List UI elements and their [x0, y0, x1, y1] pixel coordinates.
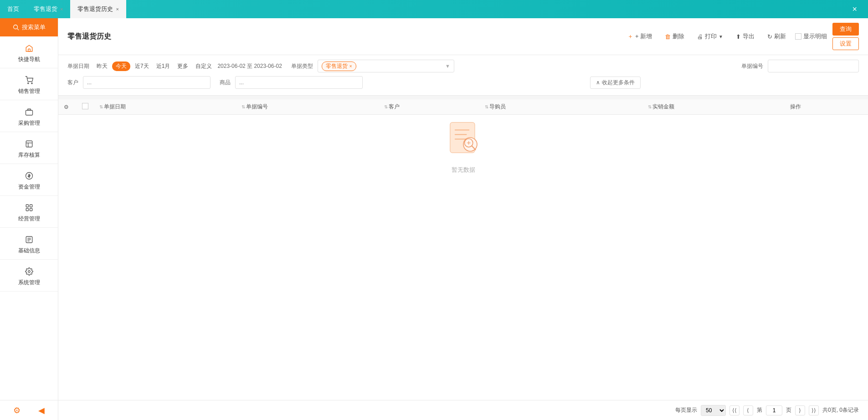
- print-label: 打印: [705, 32, 717, 41]
- tab-retail-return[interactable]: 零售退货 ×: [26, 0, 70, 18]
- query-button[interactable]: 查询: [832, 23, 859, 36]
- delete-button[interactable]: 🗑 删除: [661, 31, 688, 42]
- page-last-button[interactable]: ⟩⟩: [809, 405, 819, 415]
- top-bar-right: ×: [848, 3, 868, 16]
- add-button[interactable]: ＋ + 新增: [624, 31, 656, 42]
- delete-label: 删除: [673, 32, 684, 41]
- tab-home[interactable]: 首页: [0, 0, 26, 18]
- sidebar-item-quick-nav-label: 快捷导航: [18, 56, 40, 63]
- date-opt-7days[interactable]: 近7天: [132, 61, 152, 71]
- page-number-input[interactable]: [766, 405, 782, 415]
- svg-rect-13: [30, 209, 32, 211]
- goods-filter-group: 商品: [220, 76, 363, 89]
- print-button[interactable]: 🖨 打印 ▼: [693, 31, 727, 42]
- export-label: 导出: [743, 32, 755, 41]
- col-customer-sort-icon: ⇅: [384, 104, 388, 109]
- speaker-icon[interactable]: ◀: [38, 405, 45, 415]
- gear-icon[interactable]: ⚙: [13, 405, 21, 415]
- sidebar-item-sales-mgmt[interactable]: 销售管理: [0, 68, 58, 100]
- collapse-button[interactable]: ∧ 收起更多条件: [590, 77, 641, 89]
- refresh-label: 刷新: [774, 32, 786, 41]
- sidebar-item-quick-nav[interactable]: 快捷导航: [0, 36, 58, 68]
- refresh-button[interactable]: ↻ 刷新: [764, 31, 790, 42]
- page-prev-button[interactable]: ⟨: [743, 405, 753, 415]
- date-opt-more[interactable]: 更多: [175, 61, 191, 71]
- empty-state: 暂无数据: [58, 115, 868, 174]
- col-customer-label: 客户: [389, 103, 400, 111]
- delete-icon: 🗑: [665, 33, 671, 40]
- sidebar-item-purchase-mgmt[interactable]: 采购管理: [0, 100, 58, 132]
- col-guide[interactable]: ⇅ 导购员: [479, 99, 601, 115]
- col-checkbox[interactable]: [77, 99, 94, 115]
- col-doc-date-header: ⇅ 单据日期: [99, 103, 231, 111]
- col-doc-number-label: 单据编号: [246, 103, 268, 111]
- sidebar-item-basic-info[interactable]: 基础信息: [0, 228, 58, 260]
- sidebar-item-inventory[interactable]: 库存核算: [0, 132, 58, 164]
- doc-type-select[interactable]: 零售退货 × ▼: [318, 60, 454, 72]
- date-opt-yesterday[interactable]: 昨天: [94, 61, 110, 71]
- goods-filter-label: 商品: [220, 79, 231, 87]
- doc-number-input[interactable]: [768, 60, 859, 72]
- tab-retail-return-label: 零售退货: [34, 5, 57, 13]
- main-layout: 搜索菜单 快捷导航 销售管理: [0, 18, 868, 420]
- sidebar-item-finance[interactable]: 资金管理: [0, 164, 58, 196]
- doc-type-dropdown-icon: ▼: [445, 63, 450, 69]
- purchase-icon: [24, 107, 35, 118]
- sidebar-item-operations[interactable]: 经营管理: [0, 196, 58, 228]
- set-button[interactable]: 设置: [832, 37, 859, 50]
- col-guide-sort-icon: ⇅: [485, 104, 488, 109]
- settings-icon[interactable]: ⚙: [64, 104, 69, 110]
- display-detail-toggle[interactable]: 显示明细: [795, 32, 827, 41]
- table-header-row: ⚙ ⇅ 单据日期: [58, 99, 868, 115]
- customer-filter-group: 客户: [67, 76, 211, 89]
- add-icon: ＋: [627, 32, 633, 41]
- sidebar-search-label: 搜索菜单: [22, 23, 46, 31]
- tab-retail-return-history-close[interactable]: ×: [116, 6, 118, 12]
- table-container: ⚙ ⇅ 单据日期: [58, 99, 868, 400]
- col-doc-number[interactable]: ⇅ 单据编号: [236, 99, 378, 115]
- svg-point-18: [28, 271, 30, 273]
- window-close-button[interactable]: ×: [848, 3, 861, 16]
- pagination-bar: 每页显示 50 100 200 ⟨⟨ ⟨ 第 页 ⟩ ⟩⟩ 共0页, 0条记录: [58, 400, 868, 420]
- sidebar-item-inventory-label: 库存核算: [18, 151, 40, 159]
- tab-retail-return-close[interactable]: ×: [60, 6, 63, 12]
- sidebar-search[interactable]: 搜索菜单: [0, 18, 58, 36]
- col-actual-amount[interactable]: ⇅ 实销金额: [642, 99, 785, 115]
- sidebar-item-system-mgmt[interactable]: 系统管理: [0, 260, 58, 292]
- col-customer[interactable]: ⇅ 客户: [379, 99, 479, 115]
- col-actual-amount-sort-icon: ⇅: [648, 104, 652, 109]
- sidebar-item-basic-info-label: 基础信息: [18, 247, 40, 255]
- col-doc-date-sort-icon: ⇅: [99, 104, 103, 109]
- tab-home-label: 首页: [7, 5, 19, 13]
- page-size-select[interactable]: 50 100 200: [701, 405, 726, 416]
- page-next-button[interactable]: ⟩: [795, 405, 805, 415]
- filter-row-1: 单据日期 昨天 今天 近7天 近1月 更多 自定义 2023-06-02 至 2…: [67, 60, 859, 72]
- doc-type-tag: 零售退货 ×: [322, 61, 356, 71]
- col-doc-date[interactable]: ⇅ 单据日期: [94, 99, 236, 115]
- page-jump-label: 第: [757, 406, 762, 414]
- empty-text: 暂无数据: [452, 166, 475, 174]
- goods-input[interactable]: [235, 76, 363, 89]
- sidebar-item-operations-label: 经营管理: [18, 215, 40, 223]
- date-opt-custom[interactable]: 自定义: [193, 61, 215, 71]
- sidebar-bottom: ⚙ ◀: [0, 400, 58, 420]
- customer-filter-label: 客户: [67, 79, 78, 87]
- display-detail-checkbox[interactable]: [795, 33, 801, 40]
- tab-retail-return-history-label: 零售退货历史: [77, 5, 113, 13]
- svg-point-0: [13, 25, 17, 29]
- page-first-button[interactable]: ⟨⟨: [729, 405, 740, 415]
- page-label: 页: [786, 406, 791, 414]
- doc-type-tag-close[interactable]: ×: [349, 64, 352, 69]
- col-doc-number-header: ⇅ 单据编号: [241, 103, 373, 111]
- doc-number-filter-group: 单据编号: [741, 60, 859, 72]
- add-label: + 新增: [635, 32, 652, 41]
- tab-retail-return-history[interactable]: 零售退货历史 ×: [70, 0, 126, 18]
- col-guide-header: ⇅ 导购员: [485, 103, 596, 111]
- date-opt-today[interactable]: 今天: [112, 61, 130, 71]
- operations-icon: [24, 202, 35, 213]
- date-opt-1month[interactable]: 近1月: [154, 61, 173, 71]
- col-settings[interactable]: ⚙: [58, 99, 77, 115]
- customer-input[interactable]: [83, 76, 211, 89]
- select-all-checkbox[interactable]: [82, 103, 88, 109]
- export-button[interactable]: ⬆ 导出: [732, 31, 758, 42]
